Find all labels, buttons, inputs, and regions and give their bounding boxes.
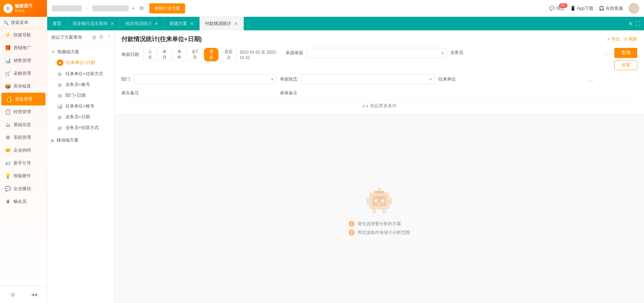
page-title: 付款情况统计(往来单位+日期) bbox=[121, 35, 202, 43]
scheme-item-unit-account-label: 往来单位+账号 bbox=[65, 103, 94, 109]
service-btn[interactable]: 🎧 在线客服 bbox=[599, 5, 623, 11]
sidebar-item-marketing-label: 营销推广 bbox=[13, 45, 31, 51]
tab-income-close[interactable]: ✕ bbox=[154, 21, 158, 26]
sidebar-settings-btn[interactable]: ⚙ bbox=[3, 290, 22, 300]
hardware-icon: 💡 bbox=[5, 173, 11, 179]
scheme-icon-dept-date: ▦ bbox=[57, 92, 63, 98]
staff-more-icon[interactable]: … bbox=[605, 49, 611, 56]
scheme-item-staff-settle[interactable]: ▦ 业务员+结算方式 bbox=[47, 122, 114, 133]
tab-new-scheme-close[interactable]: ✕ bbox=[190, 21, 194, 26]
topbar-settings-icon[interactable]: ⚙ bbox=[139, 5, 144, 11]
collapse-label: 收起更多条件 bbox=[370, 103, 397, 109]
search-menu[interactable]: 🔍 搜索菜单 bbox=[0, 17, 47, 29]
table-head-note-input[interactable] bbox=[143, 88, 276, 98]
sidebar-item-marketing[interactable]: 🎁 营销推广 bbox=[0, 41, 47, 54]
scheme-setting-icon[interactable]: ⚙ bbox=[99, 34, 104, 41]
source-select[interactable]: ▾ bbox=[307, 48, 446, 58]
sidebar-item-sales[interactable]: 📊 销售管理 bbox=[0, 54, 47, 67]
scheme-item-unit-account[interactable]: 📊 往来单位+账号 bbox=[47, 101, 114, 112]
sidebar-item-basic[interactable]: 🗂 基础信息 bbox=[0, 118, 47, 131]
scheme-item-dept-date[interactable]: ▦ 部门+日期 bbox=[47, 90, 114, 101]
svg-rect-8 bbox=[367, 198, 369, 204]
date-btn-this-month[interactable]: 本月 bbox=[158, 48, 171, 61]
setting-btn[interactable]: 设置 bbox=[614, 60, 637, 70]
sidebar-item-inventory[interactable]: 📦 库存核算 bbox=[0, 80, 47, 93]
export-btn[interactable]: ↗ 导出 bbox=[606, 36, 620, 42]
sales-icon: 📊 bbox=[5, 58, 11, 64]
scheme-item-unit-settle[interactable]: ▦ 往来单位+结算方式 bbox=[47, 68, 114, 79]
user-avatar[interactable] bbox=[628, 3, 639, 14]
service-icon: 🎧 bbox=[599, 6, 604, 11]
scheme-item-staff-settle-label: 业务员+结算方式 bbox=[65, 125, 99, 131]
scheme-desktop-group: ▼ 电脑端方案 ● 往来单位+日期 ▦ 往来单位+结算方式 ▦ 业务员+账号 ▦ bbox=[47, 45, 114, 135]
date-btn-last-month[interactable]: 上月 bbox=[143, 48, 156, 61]
date-btn-this-year[interactable]: 本年 bbox=[173, 48, 186, 61]
sidebar-item-operation[interactable]: 📋 经营管理 bbox=[0, 105, 47, 118]
sidebar-item-member[interactable]: ♛ 畅会员 bbox=[0, 195, 47, 208]
scheme-collapse-icon[interactable]: 《 bbox=[106, 34, 110, 41]
staff-input[interactable] bbox=[468, 48, 602, 58]
partner-more-icon[interactable]: … bbox=[587, 76, 593, 83]
sidebar-item-wechat[interactable]: 💬 企业微信 bbox=[0, 182, 47, 195]
desktop-group-label: 电脑端方案 bbox=[57, 49, 79, 55]
export-label: 导出 bbox=[611, 36, 620, 42]
sidebar-item-system[interactable]: ⚙ 系统管理 bbox=[0, 131, 47, 144]
sidebar-item-operation-label: 经营管理 bbox=[13, 109, 31, 115]
dept-select[interactable]: ▾ bbox=[134, 74, 276, 84]
tab-new-scheme[interactable]: 新建方案 ✕ bbox=[164, 17, 200, 30]
tip-num-1: 1 bbox=[349, 221, 355, 227]
sidebar-item-collab[interactable]: 🤝 企业协同 bbox=[0, 144, 47, 157]
tab-expand-icon[interactable]: ⛶ bbox=[635, 21, 641, 27]
tab-close-all-icon[interactable]: ✕ bbox=[628, 21, 633, 27]
tab-payment[interactable]: 付款情况统计 ✕ bbox=[200, 17, 244, 30]
scheme-item-unit-date[interactable]: ● 往来单位+日期 bbox=[47, 57, 114, 68]
messages-btn[interactable]: 💬 消息 99+ bbox=[549, 5, 565, 11]
scheme-add-icon[interactable]: ⊕ bbox=[92, 34, 97, 41]
tab-home[interactable]: 首页 bbox=[47, 17, 67, 30]
scheme-item-staff-date[interactable]: ▦ 业务员+日期 bbox=[47, 112, 114, 122]
member-icon: ♛ bbox=[5, 199, 11, 205]
table-body-note-input[interactable] bbox=[301, 88, 435, 98]
query-btn[interactable]: 查询 bbox=[614, 48, 637, 58]
basic-icon: 🗂 bbox=[5, 122, 11, 128]
date-btn-custom[interactable]: 自定义 bbox=[220, 48, 237, 61]
scheme-item-staff-account[interactable]: ▦ 业务员+账号 bbox=[47, 79, 114, 90]
scheme-icon-unit-settle: ▦ bbox=[57, 71, 63, 77]
sidebar-nav: ⚡ 快捷导航 🎁 营销推广 📊 销售管理 🛒 采购管理 📦 库存核算 💰 资金管… bbox=[0, 29, 47, 286]
tab-bank[interactable]: 现金银行流水查询 ✕ bbox=[67, 17, 120, 30]
tab-income[interactable]: 收款情况统计 ✕ bbox=[120, 17, 164, 30]
scheme-mobile-group[interactable]: ▶ 移动端方案 bbox=[47, 135, 114, 145]
empty-tips: 1 请先选择要分析的方案 2 用过滤条件来缩小分析范围 bbox=[349, 221, 410, 236]
export-icon: ↗ bbox=[606, 37, 610, 42]
tab-payment-close[interactable]: ✕ bbox=[234, 21, 238, 26]
partner-input[interactable] bbox=[460, 74, 585, 84]
desktop-group-arrow: ▼ bbox=[51, 50, 55, 54]
tab-bank-close[interactable]: ✕ bbox=[110, 21, 114, 26]
doc-status-select[interactable]: ▾ bbox=[301, 74, 435, 84]
topbar-dropdown-icon[interactable]: ▾ bbox=[132, 6, 135, 11]
sidebar-item-hardware[interactable]: 💡 智能硬件 bbox=[0, 170, 47, 182]
sidebar-item-purchase[interactable]: 🛒 采购管理 bbox=[0, 67, 47, 80]
date-btn-7days[interactable]: 近7天 bbox=[187, 48, 202, 61]
date-btn-more[interactable]: 更多 bbox=[204, 48, 218, 61]
sidebar-collapse-btn[interactable]: ◀◀ bbox=[25, 290, 44, 300]
tabbar: 首页 现金银行流水查询 ✕ 收款情况统计 ✕ 新建方案 ✕ 付款情况统计 ✕ ✕… bbox=[47, 17, 644, 30]
scheme-item-dept-date-label: 部门+日期 bbox=[65, 92, 86, 98]
sidebar-item-capital[interactable]: 💰 资金管理 bbox=[1, 93, 46, 105]
scheme-desktop-group-header[interactable]: ▼ 电脑端方案 bbox=[47, 47, 114, 57]
sidebar-item-guide[interactable]: 🏷 新手引导 bbox=[0, 157, 47, 170]
sidebar-item-quick-nav[interactable]: ⚡ 快捷导航 bbox=[0, 29, 47, 41]
app-download-btn[interactable]: 📱 App下载 bbox=[570, 5, 593, 11]
refresh-btn[interactable]: ↺ 刷新 bbox=[623, 36, 637, 42]
source-select-arrow: ▾ bbox=[441, 51, 444, 56]
scheme-panel: 按以下方案查询 ⊕ ⚙ 《 ▼ 电脑端方案 ● 往来单位+日期 ▦ bbox=[47, 30, 115, 303]
content-area: 按以下方案查询 ⊕ ⚙ 《 ▼ 电脑端方案 ● 往来单位+日期 ▦ bbox=[47, 30, 644, 303]
logo-subtitle: 标准版 bbox=[15, 9, 32, 13]
search-icon: 🔍 bbox=[3, 20, 9, 25]
svg-point-3 bbox=[381, 199, 384, 203]
breadcrumb-2: XXXXXX bbox=[92, 5, 129, 11]
trial-btn[interactable]: 体验行业方案 bbox=[149, 3, 185, 13]
collapse-more-btn[interactable]: ∧∧ 收起更多条件 bbox=[121, 100, 637, 111]
date-btns: 上月 本月 本年 近7天 更多 自定义 2022-01-01 至 2022-12… bbox=[143, 48, 282, 61]
tab-home-label: 首页 bbox=[53, 21, 61, 27]
